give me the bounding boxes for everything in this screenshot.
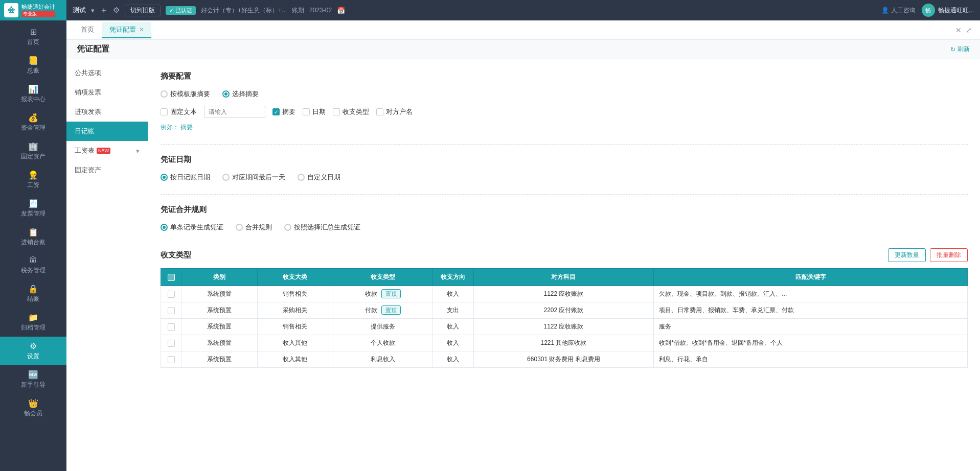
row-keywords-2: 服务 xyxy=(654,319,968,335)
row-checkbox-0[interactable] xyxy=(168,291,175,298)
switch-version-button[interactable]: 切到旧版 xyxy=(125,5,161,16)
window-maximize-icon[interactable]: ⤢ xyxy=(966,26,972,34)
checkbox-summary[interactable]: ✓ 摘要 xyxy=(272,107,295,116)
col-direction: 收支方向 xyxy=(432,269,473,286)
date-section: 凭证日期 按日记账日期 对应期间最后一天 xyxy=(161,155,968,182)
row-checkbox-3[interactable] xyxy=(168,340,175,347)
select-all-checkbox[interactable] xyxy=(168,274,175,281)
tab-home[interactable]: 首页 xyxy=(73,21,102,39)
fixed-text-input[interactable] xyxy=(204,106,265,118)
sidebar-item-home[interactable]: ⊞ 首页 xyxy=(0,22,66,51)
user-area[interactable]: 畅 畅捷通旺旺... xyxy=(922,4,974,17)
vip-icon: 👑 xyxy=(28,398,38,408)
new-badge: NEW xyxy=(97,148,110,154)
row-checkbox-1[interactable] xyxy=(168,307,175,314)
summary-title: 摘要配置 xyxy=(161,72,968,81)
sidebar-item-vip[interactable]: 👑 畅会员 xyxy=(0,394,66,422)
row-direction-2: 收入 xyxy=(432,319,473,335)
company-name: 测试 xyxy=(73,6,86,15)
sidebar-item-settings[interactable]: ⚙ 设置 xyxy=(0,337,66,365)
tab-close-icon[interactable]: ✕ xyxy=(139,26,144,33)
sidebar-item-payroll[interactable]: 👷 工资 xyxy=(0,166,66,194)
refresh-button[interactable]: ↻ 刷新 xyxy=(950,45,970,54)
sidebar-item-guide[interactable]: 🆕 新手引导 xyxy=(0,365,66,394)
table-row: 系统预置 收入其他 个人收款 收入 1221 其他应收款 收到*借款、收到*备用… xyxy=(161,335,968,351)
sidebar-item-fixed-assets[interactable]: 🏢 固定资产 xyxy=(0,137,66,166)
example-row: 例如： 摘要 xyxy=(161,123,968,132)
row-category-1: 系统预置 xyxy=(181,302,258,319)
checkbox-counterparty[interactable]: 对方户名 xyxy=(376,107,413,116)
row-big-category-4: 收入其他 xyxy=(257,351,333,368)
invoices-icon: 🧾 xyxy=(28,199,38,208)
pin-tag-1[interactable]: 置顶 xyxy=(381,305,401,315)
settings-icon[interactable]: ⚙ xyxy=(113,6,120,15)
merge-radio-group: 单条记录生成凭证 合并规则 按照选择汇总生成凭证 xyxy=(161,223,968,232)
row-account-2: 1122 应收账款 xyxy=(473,319,654,335)
table-row: 系统预置 收入其他 利息收入 收入 660301 财务费用 利息费用 利息、行花… xyxy=(161,351,968,368)
config-sidebar-item-sales-invoice[interactable]: 销项发票 xyxy=(66,83,148,102)
row-category-3: 系统预置 xyxy=(181,335,258,351)
income-expense-section: 收支类型 更新数量 批量删除 类别 xyxy=(161,248,968,368)
radio-select-summary[interactable]: 选择摘要 xyxy=(222,89,259,99)
radio-custom-date[interactable]: 自定义日期 xyxy=(298,173,340,182)
config-sidebar-item-purchase-invoice[interactable]: 进项发票 xyxy=(66,102,148,122)
tab-bar: 首页 凭证配置 ✕ ✕ ⤢ xyxy=(66,20,980,40)
refresh-icon: ↻ xyxy=(950,46,955,53)
page-header: 凭证配置 ↻ 刷新 xyxy=(66,40,980,59)
sidebar-item-archive[interactable]: 📁 归档管理 xyxy=(0,308,66,337)
sidebar-item-ledger[interactable]: 📒 总账 xyxy=(0,51,66,80)
sidebar-item-purchase-sales[interactable]: 📋 进销台账 xyxy=(0,223,66,251)
company-dropdown-icon[interactable]: ▾ xyxy=(91,7,95,14)
radio-summary-generate[interactable]: 按照选择汇总生成凭证 xyxy=(284,223,360,232)
arrow-right-icon: ▾ xyxy=(136,147,140,155)
consult-button[interactable]: 👤 人工咨询 xyxy=(881,6,916,15)
logo-text: 畅捷通好会计 专业版 xyxy=(21,3,55,17)
row-category-0: 系统预置 xyxy=(181,286,258,302)
radio-journal-date[interactable]: 按日记账日期 xyxy=(161,173,210,182)
config-sidebar-item-public[interactable]: 公共选项 xyxy=(66,63,148,83)
radio-circle-template xyxy=(161,90,168,98)
window-close-icon[interactable]: ✕ xyxy=(955,26,962,34)
calendar-icon[interactable]: 📅 xyxy=(337,7,345,14)
purchase-sales-icon: 📋 xyxy=(28,227,38,237)
pin-tag-0[interactable]: 置顶 xyxy=(381,289,401,298)
update-count-button[interactable]: 更新数量 xyxy=(888,248,926,262)
period-value: 2023-02 xyxy=(309,7,332,14)
radio-template[interactable]: 按模板版摘要 xyxy=(161,89,210,99)
row-checkbox-4[interactable] xyxy=(168,356,175,363)
consult-icon: 👤 xyxy=(881,7,889,14)
logo-area: 会 畅捷通好会计 专业版 xyxy=(0,0,66,20)
row-big-category-3: 收入其他 xyxy=(257,335,333,351)
product-info: 好会计（专）+好生意（标）+... xyxy=(201,6,287,15)
sidebar-item-closing[interactable]: 🔒 结账 xyxy=(0,279,66,308)
config-sidebar-item-fixed-assets[interactable]: 固定资产 xyxy=(66,160,148,180)
radio-period-last-day[interactable]: 对应期间最后一天 xyxy=(222,173,285,182)
row-account-3: 1221 其他应收款 xyxy=(473,335,654,351)
row-category-2: 系统预置 xyxy=(181,319,258,335)
tax-icon: 🏛 xyxy=(29,256,37,265)
logo-icon: 会 xyxy=(4,3,18,17)
checkbox-date[interactable]: 日期 xyxy=(303,107,326,116)
radio-circle-select xyxy=(222,90,230,98)
batch-delete-button[interactable]: 批量删除 xyxy=(930,248,968,262)
checkbox-type[interactable]: 收支类型 xyxy=(333,107,369,116)
row-keywords-0: 欠款、现金、项目款、到款、报销款、汇入、... xyxy=(654,286,968,302)
sidebar-item-invoices[interactable]: 🧾 发票管理 xyxy=(0,194,66,223)
row-direction-0: 收入 xyxy=(432,286,473,302)
config-sidebar-item-journal[interactable]: 日记账 xyxy=(66,122,148,141)
row-direction-4: 收入 xyxy=(432,351,473,368)
radio-single-record[interactable]: 单条记录生成凭证 xyxy=(161,223,223,232)
checkbox-fixed-text[interactable]: 固定文本 xyxy=(161,107,197,116)
archive-icon: 📁 xyxy=(28,313,38,322)
sidebar-item-reports[interactable]: 📊 报表中心 xyxy=(0,80,66,108)
tab-voucher-config[interactable]: 凭证配置 ✕ xyxy=(102,22,151,38)
add-icon[interactable]: ＋ xyxy=(100,5,108,16)
row-account-1: 2202 应付账款 xyxy=(473,302,654,319)
sidebar-item-funds[interactable]: 💰 资金管理 xyxy=(0,108,66,137)
config-sidebar-item-payroll-sheet[interactable]: 工资表 NEW ▾ xyxy=(66,141,148,160)
radio-merge-rule[interactable]: 合并规则 xyxy=(236,223,272,232)
user-name: 畅捷通旺旺... xyxy=(938,6,974,15)
sidebar-item-tax[interactable]: 🏛 税务管理 xyxy=(0,251,66,279)
certified-badge: ✓ 已认证 xyxy=(166,6,196,15)
row-checkbox-2[interactable] xyxy=(168,323,175,331)
